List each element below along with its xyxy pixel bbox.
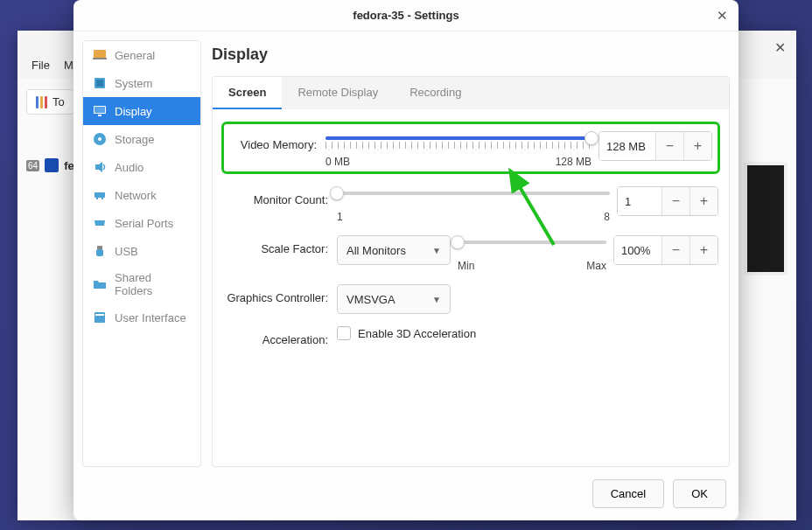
svg-rect-14 (94, 312, 105, 323)
sidebar-item-network[interactable]: Network (83, 181, 200, 209)
sidebar-item-label: Network (115, 189, 157, 202)
sidebar-item-label: Shared Folders (115, 271, 192, 297)
sidebar-item-usb[interactable]: USB (83, 237, 200, 265)
monitor-count-spinbox: 1 − + (617, 186, 718, 216)
sidebar-item-label: Storage (115, 133, 155, 146)
tabs-container: Screen Remote Display Recording Video Me… (212, 76, 730, 467)
svg-rect-12 (97, 246, 102, 249)
audio-icon (92, 159, 108, 175)
sidebar-item-label: User Interface (115, 311, 186, 324)
graphics-controller-combo[interactable]: VMSVGA ▼ (337, 284, 451, 314)
sidebar-item-label: USB (115, 245, 138, 258)
video-memory-spinbox: 128 MB − + (598, 131, 712, 161)
tab-screen[interactable]: Screen (213, 77, 282, 109)
bg-vm-preview (744, 162, 788, 275)
svg-rect-6 (98, 115, 102, 116)
system-icon (92, 75, 108, 91)
video-memory-decrement[interactable]: − (655, 132, 683, 160)
fedora-icon (45, 158, 59, 172)
tab-remote-display[interactable]: Remote Display (282, 77, 394, 109)
ok-button[interactable]: OK (673, 479, 726, 508)
svg-rect-13 (96, 249, 103, 256)
video-memory-value[interactable]: 128 MB (599, 132, 655, 160)
video-memory-min: 0 MB (326, 156, 350, 168)
enable-3d-checkbox[interactable] (337, 326, 351, 340)
sidebar-item-system[interactable]: System (83, 69, 200, 97)
graphics-controller-value: VMSVGA (346, 293, 396, 306)
video-memory-slider[interactable]: 0 MB 128 MB (326, 131, 592, 168)
highlight-annotation: Video Memory: 0 MB (221, 122, 720, 174)
graphics-controller-label: Graphics Controller: (223, 284, 328, 304)
svg-rect-15 (95, 314, 104, 316)
monitor-count-decrement[interactable]: − (662, 187, 690, 215)
svg-rect-0 (94, 50, 106, 59)
sidebar-item-storage[interactable]: Storage (83, 125, 200, 153)
network-icon (92, 187, 108, 203)
tools-icon (36, 96, 47, 108)
settings-dialog: fedora-35 - Settings ✕ General System (74, 0, 738, 520)
scale-factor-slider[interactable]: Min Max (458, 235, 606, 272)
folder-icon (92, 276, 108, 292)
monitor-count-label: Monitor Count: (223, 186, 328, 206)
chevron-down-icon: ▼ (432, 295, 441, 304)
cancel-button[interactable]: Cancel (592, 479, 664, 508)
storage-icon (92, 131, 108, 147)
sidebar-item-label: General (115, 49, 155, 62)
sidebar-item-audio[interactable]: Audio (83, 153, 200, 181)
svg-point-8 (98, 137, 102, 141)
dialog-footer: Cancel OK (74, 467, 738, 520)
scale-factor-min: Min (458, 260, 474, 272)
display-icon (92, 103, 108, 119)
main-panel: Display Screen Remote Display Recording … (212, 40, 730, 467)
monitor-count-max: 8 (604, 211, 610, 223)
sidebar-item-ui[interactable]: User Interface (83, 303, 200, 331)
scale-factor-increment[interactable]: + (690, 236, 718, 264)
scale-monitor-combo-value: All Monitors (346, 244, 406, 257)
acceleration-label: Acceleration: (223, 326, 328, 346)
serial-icon (92, 215, 108, 231)
scale-factor-value[interactable]: 100% (614, 236, 662, 264)
monitor-count-slider[interactable]: 1 8 (337, 186, 610, 223)
tabs-bar: Screen Remote Display Recording (213, 77, 729, 109)
page-title: Display (212, 40, 730, 76)
svg-rect-3 (96, 80, 103, 87)
sidebar-item-display[interactable]: Display (83, 97, 200, 125)
sidebar-item-label: Display (115, 105, 152, 118)
sidebar-item-label: Audio (115, 161, 144, 174)
scale-factor-spinbox: 100% − + (613, 235, 718, 265)
bg-close-icon[interactable]: ✕ (774, 39, 786, 56)
interface-icon (92, 310, 108, 325)
scale-monitor-combo[interactable]: All Monitors ▼ (337, 235, 451, 265)
svg-rect-10 (96, 198, 98, 199)
sidebar-item-serial[interactable]: Serial Ports (83, 209, 200, 237)
dialog-titlebar: fedora-35 - Settings ✕ (74, 0, 738, 31)
video-memory-max: 128 MB (556, 156, 592, 168)
bg-menu-file[interactable]: File (26, 57, 55, 73)
monitor-count-increment[interactable]: + (690, 187, 718, 215)
tab-recording[interactable]: Recording (394, 77, 477, 109)
general-icon (92, 47, 108, 63)
svg-rect-5 (94, 107, 105, 113)
tab-content-screen: Video Memory: 0 MB (213, 109, 729, 359)
scale-factor-decrement[interactable]: − (662, 236, 690, 264)
video-memory-increment[interactable]: + (683, 132, 711, 160)
sidebar-item-general[interactable]: General (83, 41, 200, 69)
usb-icon (92, 243, 108, 259)
bg-tools-button[interactable]: To (26, 89, 74, 115)
video-memory-label: Video Memory: (229, 131, 317, 151)
sidebar-item-shared[interactable]: Shared Folders (83, 265, 200, 303)
chevron-down-icon: ▼ (432, 246, 441, 255)
dialog-title: fedora-35 - Settings (353, 9, 458, 22)
svg-rect-1 (93, 58, 107, 59)
svg-rect-9 (94, 192, 105, 198)
monitor-count-value[interactable]: 1 (618, 187, 662, 215)
scale-factor-label: Scale Factor: (223, 235, 328, 255)
settings-sidebar: General System Display Storage (82, 40, 201, 467)
sidebar-item-label: System (115, 77, 152, 90)
close-icon[interactable]: ✕ (717, 8, 728, 24)
monitor-count-min: 1 (337, 211, 343, 223)
sidebar-item-label: Serial Ports (115, 217, 173, 230)
scale-factor-max: Max (586, 260, 606, 272)
enable-3d-label: Enable 3D Acceleration (358, 327, 476, 340)
svg-rect-11 (102, 198, 103, 199)
